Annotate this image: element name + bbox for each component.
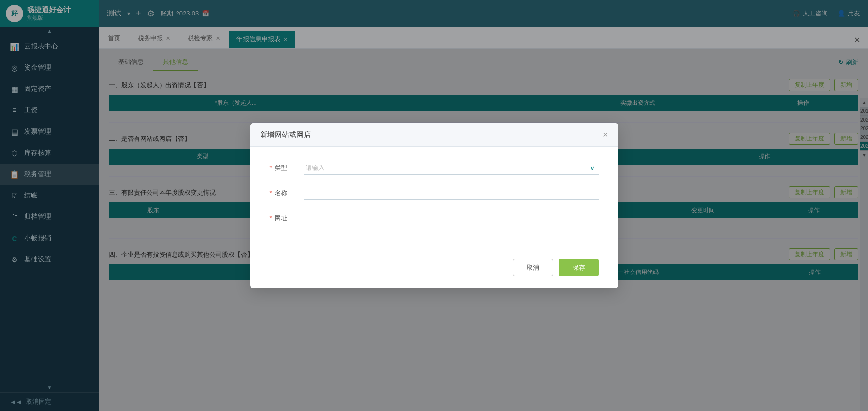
type-input[interactable] [304,161,599,175]
name-label-text: 名称 [275,189,287,197]
form-row-type: * 类型 ∨ [270,161,599,175]
dialog-overlay: 新增网站或网店 × * 类型 ∨ * 名称 [0,0,868,411]
form-row-name: * 名称 [270,186,599,200]
name-input[interactable] [304,186,599,200]
dialog-close-button[interactable]: × [603,130,608,139]
url-required: * [270,214,272,222]
dialog-footer: 取消 保存 [250,251,618,288]
url-input-wrap [304,212,599,225]
url-label-text: 网址 [275,214,287,222]
name-label: * 名称 [270,189,304,198]
url-input[interactable] [304,212,599,225]
dialog-header: 新增网站或网店 × [250,123,618,147]
add-website-dialog: 新增网站或网店 × * 类型 ∨ * 名称 [250,123,618,288]
dialog-body: * 类型 ∨ * 名称 [250,147,618,251]
name-input-wrap [304,186,599,200]
name-required: * [270,189,272,197]
type-required: * [270,164,272,171]
dialog-title: 新增网站或网店 [260,130,311,139]
type-input-wrap: ∨ [304,161,599,175]
url-label: * 网址 [270,214,304,223]
type-label: * 类型 [270,164,304,172]
save-button[interactable]: 保存 [559,259,599,276]
type-label-text: 类型 [275,164,287,171]
cancel-button[interactable]: 取消 [513,259,553,276]
form-row-url: * 网址 [270,212,599,225]
